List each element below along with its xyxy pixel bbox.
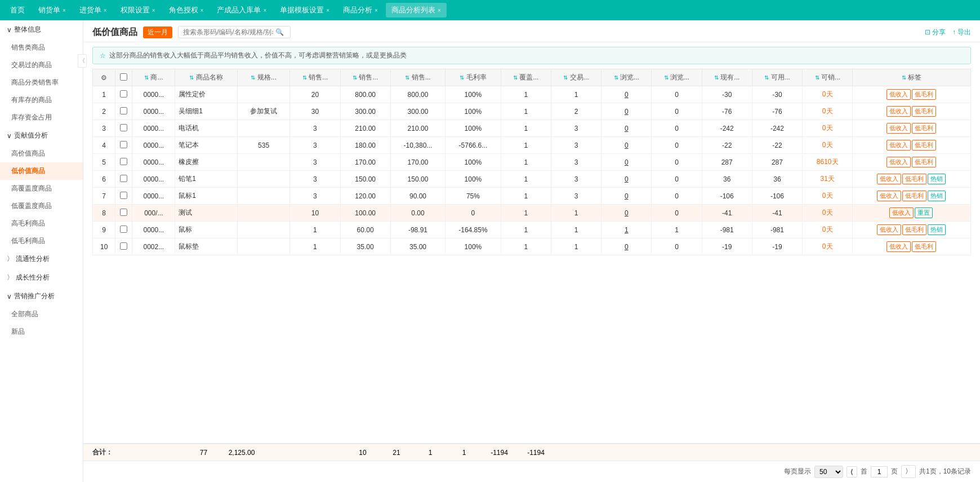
row-views1[interactable]: 0 <box>602 137 652 154</box>
nav-product-storage[interactable]: 产成品入库单 × <box>211 3 272 17</box>
nav-product-analysis[interactable]: 商品分析 × <box>337 3 384 17</box>
views1-value[interactable]: 0 <box>625 108 629 116</box>
row-views1[interactable]: 0 <box>602 86 652 103</box>
select-all-checkbox[interactable] <box>120 73 127 81</box>
saleable-column-header[interactable]: ⇅ 可销... <box>803 69 853 86</box>
row-checkbox[interactable] <box>120 107 127 114</box>
row-checkbox[interactable] <box>120 124 127 131</box>
row-views1[interactable]: 1 <box>602 222 652 238</box>
name-column-header[interactable]: ⇅ 商品名称 <box>175 69 238 86</box>
views1-value[interactable]: 0 <box>625 209 629 217</box>
row-views1[interactable]: 0 <box>602 120 652 137</box>
views1-value[interactable]: 0 <box>625 192 629 200</box>
search-icon[interactable]: 🔍 <box>275 28 284 36</box>
sidebar-item-high-margin[interactable]: 高毛利商品 <box>0 215 83 232</box>
row-checkbox[interactable] <box>120 192 127 199</box>
views1-value[interactable]: 0 <box>625 243 629 251</box>
sidebar-group-overall[interactable]: ∨ 整体信息 <box>0 20 83 39</box>
sidebar-item-all-goods[interactable]: 全部商品 <box>0 306 83 323</box>
table-row: 5 0000... 橡皮擦 3 170.00 170.00 100% 1 3 0… <box>93 154 971 171</box>
row-checkbox[interactable] <box>120 90 127 98</box>
page-number-input[interactable] <box>871 466 888 477</box>
checkbox-column-header[interactable] <box>115 69 132 86</box>
sidebar-item-stocked-goods[interactable]: 有库存的商品 <box>0 91 83 109</box>
nav-home[interactable]: 首页 <box>5 3 30 17</box>
search-input[interactable] <box>183 28 273 36</box>
share-button[interactable]: ⊡ 分享 <box>925 28 946 37</box>
views1-column-header[interactable]: ⇅ 浏览... <box>602 69 652 86</box>
sidebar-item-new-goods[interactable]: 新品 <box>0 323 83 341</box>
row-checkbox[interactable] <box>120 242 127 250</box>
available-column-header[interactable]: ⇅ 可用... <box>752 69 802 86</box>
row-checkbox[interactable] <box>120 141 127 148</box>
row-views1[interactable]: 0 <box>602 103 652 120</box>
row-views1[interactable]: 0 <box>602 154 652 171</box>
spec-column-header[interactable]: ⇅ 规格... <box>237 69 289 86</box>
coverage-column-header[interactable]: ⇅ 覆盖... <box>501 69 551 86</box>
trade-column-header[interactable]: ⇅ 交易... <box>551 69 601 86</box>
sidebar-group-circulation[interactable]: 〉 流通性分析 <box>0 250 83 268</box>
close-icon[interactable]: × <box>438 7 441 14</box>
views1-value[interactable]: 0 <box>625 158 629 166</box>
sidebar-group-contribution[interactable]: ∨ 贡献值分析 <box>0 126 83 145</box>
settings-column-header[interactable]: ⚙ <box>93 69 115 86</box>
row-views1[interactable]: 0 <box>602 188 652 205</box>
row-checkbox[interactable] <box>120 209 127 216</box>
views1-value[interactable]: 1 <box>625 226 629 234</box>
close-icon[interactable]: × <box>104 7 107 14</box>
tag-badge: 低毛利 <box>912 241 936 252</box>
code-column-header[interactable]: ⇅ 商... <box>132 69 175 86</box>
sidebar-item-high-value[interactable]: 高价值商品 <box>0 145 83 162</box>
close-icon[interactable]: × <box>152 7 155 14</box>
time-filter-button[interactable]: 近一月 <box>143 26 172 38</box>
sidebar-item-stock-capital[interactable]: 库存资金占用 <box>0 109 83 126</box>
nav-sales-order[interactable]: 销货单 × <box>33 3 72 17</box>
sidebar-item-low-margin[interactable]: 低毛利商品 <box>0 232 83 250</box>
sidebar-item-sales-goods[interactable]: 销售类商品 <box>0 39 83 56</box>
footer-label: 合计： <box>92 448 188 457</box>
sidebar-item-category-rate[interactable]: 商品分类销售率 <box>0 74 83 91</box>
views1-value[interactable]: 0 <box>625 175 629 183</box>
sidebar-group-marketing[interactable]: ∨ 营销推广分析 <box>0 287 83 306</box>
close-icon[interactable]: × <box>375 7 378 14</box>
close-icon[interactable]: × <box>326 7 329 14</box>
close-icon[interactable]: × <box>263 7 266 14</box>
sidebar-item-traded-goods[interactable]: 交易过的商品 <box>0 56 83 74</box>
price-column-header[interactable]: ⇅ 销售... <box>340 69 390 86</box>
views1-value[interactable]: 0 <box>625 91 629 99</box>
first-page-button[interactable]: ⟨ <box>847 466 857 477</box>
sidebar-group-growth[interactable]: 〉 成长性分析 <box>0 268 83 287</box>
sidebar-item-low-value[interactable]: 低价值商品 <box>0 162 83 180</box>
row-num: 3 <box>93 120 115 137</box>
current-column-header[interactable]: ⇅ 现有... <box>702 69 752 86</box>
tags-column-header[interactable]: ⇅ 标签 <box>853 69 971 86</box>
next-page-button[interactable]: 〉 <box>901 465 916 478</box>
close-icon[interactable]: × <box>63 7 66 14</box>
row-views1[interactable]: 0 <box>602 171 652 188</box>
views1-value[interactable]: 0 <box>625 125 629 132</box>
sidebar-collapse-button[interactable]: 《 <box>78 54 87 68</box>
nav-template-settings[interactable]: 单据模板设置 × <box>274 3 335 17</box>
qty-column-header[interactable]: ⇅ 销售... <box>290 69 340 86</box>
row-views1[interactable]: 0 <box>602 238 652 255</box>
nav-purchase-order[interactable]: 进货单 × <box>74 3 113 17</box>
nav-permissions[interactable]: 权限设置 × <box>115 3 161 17</box>
nav-role-auth[interactable]: 角色授权 × <box>163 3 210 17</box>
row-checkbox[interactable] <box>120 175 127 182</box>
amount-column-header[interactable]: ⇅ 销售... <box>390 69 445 86</box>
row-amount: 35.00 <box>390 238 445 255</box>
sidebar-item-high-coverage[interactable]: 高覆盖度商品 <box>0 180 83 197</box>
per-page-select[interactable]: 50 100 200 <box>814 466 843 478</box>
row-checkbox[interactable] <box>120 158 127 165</box>
row-views1[interactable]: 0 <box>602 205 652 222</box>
nav-product-analysis-list[interactable]: 商品分析列表 × <box>386 3 447 17</box>
sidebar-item-low-coverage[interactable]: 低覆盖度商品 <box>0 197 83 215</box>
pagination: 每页显示 50 100 200 ⟨ 首 页 〉 共1页，10条记录 <box>83 461 980 482</box>
margin-column-header[interactable]: ⇅ 毛利率 <box>446 69 501 86</box>
row-checkbox[interactable] <box>120 225 127 233</box>
export-button[interactable]: ↑ 导出 <box>952 28 971 37</box>
close-icon[interactable]: × <box>201 7 204 14</box>
views2-column-header[interactable]: ⇅ 浏览... <box>652 69 702 86</box>
views1-value[interactable]: 0 <box>625 141 629 149</box>
row-name: 电话机 <box>175 120 238 137</box>
